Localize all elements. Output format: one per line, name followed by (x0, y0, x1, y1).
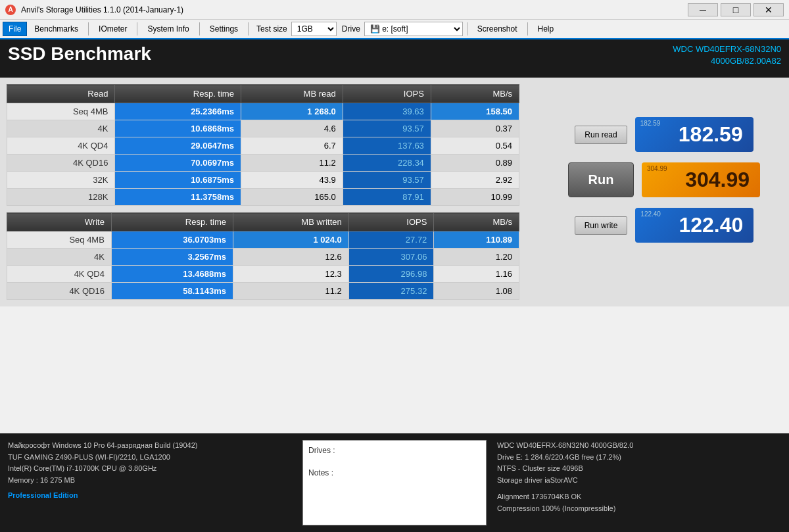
drive-detail-5: Alignment 1736704KB OK (497, 491, 781, 503)
sys-info-line-1: TUF GAMING Z490-PLUS (WI-FI)/2210, LGA12… (8, 452, 292, 464)
write-score-label: 122.40 (640, 210, 661, 218)
run-read-button[interactable]: Run read (575, 126, 627, 144)
read-table-row: 4K QD1670.0697ms11.2228.340.89 (7, 155, 519, 172)
drive-details: WDC WD40EFRX-68N32N0 4000GB/82.0 Drive E… (497, 440, 781, 525)
run-write-button[interactable]: Run write (575, 216, 628, 235)
menu-divider-3 (199, 22, 200, 36)
read-score-box: 182.59 182.59 (635, 117, 753, 152)
read-table-row: Seq 4MB25.2366ms1 268.039.63158.50 (7, 103, 519, 120)
read-header-col1: Resp. time (115, 85, 241, 103)
app-title: SSD Benchmark (8, 43, 151, 64)
read-table-row: 4K QD429.0647ms6.7137.630.54 (7, 137, 519, 155)
total-score-label: 304.99 (647, 165, 667, 172)
menu-settings[interactable]: Settings (204, 22, 244, 36)
menu-divider-1 (88, 22, 89, 36)
tables-section: Read Resp. time MB read IOPS MB/s Seq 4M… (7, 84, 546, 300)
read-table-row: 128K11.3758ms165.087.9110.99 (7, 189, 519, 206)
menu-help[interactable]: Help (532, 22, 560, 36)
drive-size: 4000GB/82.00A82 (673, 55, 781, 67)
menu-benchmarks[interactable]: Benchmarks (28, 22, 84, 36)
drive-select[interactable]: 💾 e: [soft] (364, 22, 463, 36)
menu-screenshot[interactable]: Screenshot (471, 22, 523, 36)
sys-info-line-2: Intel(R) Core(TM) i7-10700K CPU @ 3.80GH… (8, 463, 292, 475)
read-header-col3: IOPS (343, 85, 431, 103)
drive-detail-2: NTFS - Cluster size 4096B (497, 463, 781, 475)
notes-label: Notes : (308, 468, 481, 477)
menu-bar: File Benchmarks IOmeter System Info Sett… (0, 20, 789, 39)
sys-info-line-0: Майкрософт Windows 10 Pro 64-разрядная B… (8, 440, 292, 452)
total-score-box: 304.99 304.99 (642, 162, 760, 197)
write-header-col1: Resp. time (111, 213, 233, 231)
read-header-col0: Read (7, 85, 115, 103)
write-header-col4: MB/s (434, 213, 519, 231)
read-table-row: 32K10.6875ms43.993.572.92 (7, 172, 519, 189)
minimize-button[interactable]: ─ (688, 3, 718, 16)
read-score-label: 182.59 (640, 120, 661, 127)
test-size-label: Test size (256, 24, 287, 34)
footer: Майкрософт Windows 10 Pro 64-разрядная B… (0, 433, 789, 532)
test-size-select[interactable]: 1GB 512MB 2GB 4GB (291, 22, 337, 36)
maximize-button[interactable]: □ (721, 3, 751, 16)
write-table: Write Resp. time MB written IOPS MB/s Se… (7, 212, 519, 300)
menu-divider-5 (467, 22, 467, 36)
menu-divider-6 (527, 22, 528, 36)
menu-divider-2 (137, 22, 137, 36)
drives-label: Drives : (308, 446, 481, 455)
write-header-col0: Write (7, 213, 112, 231)
title-bar: A Anvil's Storage Utilities 1.1.0 (2014-… (0, 0, 789, 20)
drive-detail-6: Compression 100% (Incompressible) (497, 503, 781, 515)
app-icon: A (5, 5, 16, 15)
sys-info-line-3: Memory : 16 275 MB (8, 475, 292, 487)
main-content: Read Resp. time MB read IOPS MB/s Seq 4M… (0, 78, 789, 306)
system-info: Майкрософт Windows 10 Pro 64-разрядная B… (8, 440, 292, 525)
drive-detail-3: Storage driver iaStorAVC (497, 475, 781, 487)
read-table: Read Resp. time MB read IOPS MB/s Seq 4M… (7, 84, 519, 206)
read-header-col4: MB/s (431, 85, 519, 103)
menu-divider-4 (248, 22, 249, 36)
write-table-row: 4K QD413.4688ms12.3296.981.16 (7, 266, 519, 283)
read-header-col2: MB read (241, 85, 343, 103)
drive-model: WDC WD40EFRX-68N32N0 (673, 43, 781, 55)
right-section: Run read 182.59 182.59 Run 304.99 304.99… (546, 84, 782, 300)
drive-detail-1: Drive E: 1 284.6/220.4GB free (17.2%) (497, 452, 781, 464)
pro-edition-label: Professional Edition (8, 490, 292, 502)
app-header: SSD Benchmark WDC WD40EFRX-68N32N0 4000G… (0, 39, 789, 78)
drive-info: WDC WD40EFRX-68N32N0 4000GB/82.00A82 (673, 43, 781, 67)
write-score-box: 122.40 122.40 (635, 208, 753, 243)
read-table-row: 4K10.6868ms4.693.570.37 (7, 120, 519, 137)
write-table-row: 4K3.2567ms12.6307.061.20 (7, 249, 519, 266)
write-header-col2: MB written (233, 213, 348, 231)
window-controls: ─ □ ✕ (688, 3, 784, 16)
run-button[interactable]: Run (568, 162, 634, 197)
drive-label: Drive (342, 24, 360, 34)
notes-box[interactable]: Drives : Notes : (302, 440, 487, 525)
run-main-row: Run 304.99 304.99 (568, 162, 760, 197)
run-read-row: Run read 182.59 182.59 (575, 117, 753, 152)
write-table-row: 4K QD1658.1143ms11.2275.321.08 (7, 283, 519, 300)
close-button[interactable]: ✕ (753, 3, 784, 16)
menu-iometer[interactable]: IOmeter (93, 22, 133, 36)
title-bar-text: Anvil's Storage Utilities 1.1.0 (2014-Ja… (21, 5, 688, 14)
menu-sysinfo[interactable]: System Info (141, 22, 195, 36)
run-write-row: Run write 122.40 122.40 (575, 208, 754, 243)
write-header-col3: IOPS (348, 213, 434, 231)
drive-detail-0: WDC WD40EFRX-68N32N0 4000GB/82.0 (497, 440, 781, 452)
menu-file[interactable]: File (3, 22, 27, 36)
write-table-row: Seq 4MB36.0703ms1 024.027.72110.89 (7, 231, 519, 249)
